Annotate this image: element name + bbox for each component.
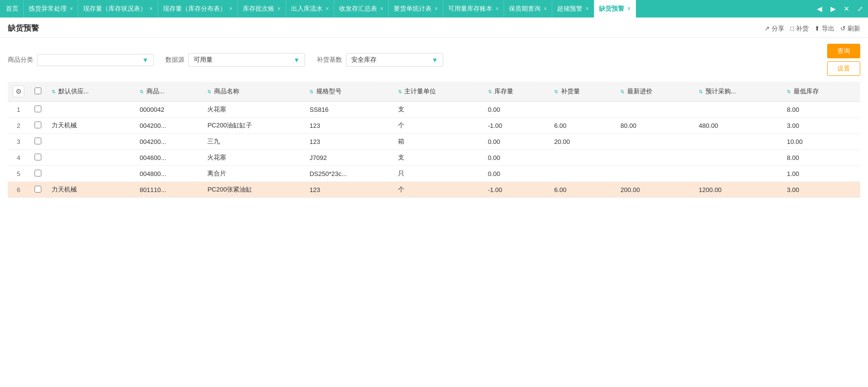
row-est-purchase: 480.00 — [694, 118, 782, 134]
replenish-button[interactable]: □ 补货 — [790, 24, 809, 33]
row-supplier — [47, 150, 135, 166]
row-gear-cell: 6 — [8, 182, 29, 198]
tab-stock-status[interactable]: 现存量（库存状况表） × — [78, 0, 158, 18]
row-gear-cell: 4 — [8, 150, 29, 166]
page-header: 缺货预警 ↗ 分享 □ 补货 ⬆ 导出 ↺ 刷新 — [0, 18, 868, 38]
row-supplier: 力天机械 — [47, 182, 135, 198]
replenish-base-filter: 补货基数 安全库存 ▼ — [317, 53, 443, 67]
row-unit: 箱 — [393, 134, 483, 150]
stock-sort-icon: ⇅ — [488, 89, 492, 94]
row-product-name: 离合片 — [202, 166, 305, 182]
refresh-icon: ↺ — [840, 25, 846, 32]
row-stock: 0.00 — [483, 102, 549, 118]
tab-close-expiry-query[interactable]: × — [543, 5, 547, 12]
refresh-button[interactable]: ↺ 刷新 — [840, 24, 860, 33]
data-source-select[interactable]: 可用量 ▼ — [188, 53, 305, 67]
tab-shortage-warning[interactable]: 缺货预警 × — [594, 0, 636, 18]
share-button[interactable]: ↗ 分享 — [764, 24, 784, 33]
product-name-sort-icon: ⇅ — [207, 89, 211, 94]
row-product-code: 801110... — [135, 182, 202, 198]
replenish-sort-icon: ⇅ — [554, 89, 558, 94]
select-all-checkbox[interactable] — [35, 88, 41, 94]
tab-close-picking-exception[interactable]: × — [70, 5, 73, 12]
tab-stock-dist[interactable]: 现存量（库存分布表） × — [158, 0, 238, 18]
filter-bar: 商品分类 ▼ 数据源 可用量 ▼ 补货基数 安全库存 ▼ 查询 设置 — [0, 38, 868, 82]
tab-home[interactable]: 首页 — [1, 0, 24, 18]
tab-close-all-button[interactable]: ✕ — [840, 0, 853, 18]
row-est-purchase — [694, 134, 782, 150]
row-supplier — [47, 134, 135, 150]
export-button[interactable]: ⬆ 导出 — [814, 24, 834, 33]
header-actions: ↗ 分享 □ 补货 ⬆ 导出 ↺ 刷新 — [764, 24, 860, 33]
row-min-stock: 3.00 — [782, 182, 860, 198]
col-header-gear: ⚙ — [8, 82, 29, 102]
row-checkbox[interactable] — [35, 106, 41, 112]
tab-batch-account[interactable]: 库存批次账 × — [238, 0, 286, 18]
row-check-cell — [29, 134, 47, 150]
min-stock-sort-icon: ⇅ — [787, 89, 791, 94]
row-est-purchase — [694, 102, 782, 118]
row-supplier — [47, 166, 135, 182]
query-button[interactable]: 查询 — [827, 44, 860, 58]
tab-close-stock-status[interactable]: × — [149, 5, 153, 12]
row-unit: 个 — [393, 182, 483, 198]
row-replenish: 6.00 — [549, 182, 615, 198]
row-check-cell — [29, 166, 47, 182]
tab-collect-summary[interactable]: 收发存汇总表 × — [334, 0, 389, 18]
row-latest-price: 80.00 — [615, 118, 694, 134]
row-number: 5 — [17, 170, 20, 177]
col-header-est-purchase: ⇅ 预计采购... — [694, 82, 782, 102]
tab-expiry-query[interactable]: 保质期查询 × — [504, 0, 552, 18]
tab-close-batch-account[interactable]: × — [277, 5, 281, 12]
row-number: 6 — [17, 186, 20, 194]
tab-overstock-warning[interactable]: 超储预警 × — [552, 0, 594, 18]
row-est-purchase: 1200.00 — [694, 182, 782, 198]
row-gear-cell: 5 — [8, 166, 29, 182]
tab-requisition-stats[interactable]: 要货单统计表 × — [389, 0, 443, 18]
row-latest-price — [615, 102, 694, 118]
row-checkbox[interactable] — [35, 186, 41, 193]
product-category-select[interactable]: ▼ — [37, 54, 154, 66]
table-container: ⚙ ⇅ 默认供应... ⇅ 商品... ⇅ 商品名称 — [0, 82, 868, 198]
row-product-code: 004800... — [135, 166, 202, 182]
tab-prev-button[interactable]: ◀ — [813, 0, 826, 18]
tab-next-button[interactable]: ▶ — [826, 0, 840, 18]
tab-close-stock-dist[interactable]: × — [229, 5, 233, 12]
tab-inout-flow[interactable]: 出入库流水 × — [286, 0, 334, 18]
table-row: 6 力天机械 801110... PC200张紧油缸 123 个 -1.00 6… — [8, 182, 860, 198]
export-icon: ⬆ — [814, 25, 820, 32]
tab-close-collect-summary[interactable]: × — [380, 5, 383, 12]
row-unit: 只 — [393, 166, 483, 182]
row-product-name: PC200张紧油缸 — [202, 182, 305, 198]
table-row: 5 004800... 离合片 DS250*23c... 只 0.00 1.00 — [8, 166, 860, 182]
tab-fullscreen-button[interactable]: ⤢ — [853, 0, 867, 18]
settings-button[interactable]: 设置 — [827, 61, 860, 76]
row-stock: 0.00 — [483, 134, 549, 150]
row-checkbox[interactable] — [35, 154, 41, 160]
row-gear-cell: 1 — [8, 102, 29, 118]
row-checkbox[interactable] — [35, 138, 41, 144]
tab-available-stock[interactable]: 可用量库存账本 × — [443, 0, 504, 18]
replenish-base-select[interactable]: 安全库存 ▼ — [346, 53, 443, 67]
spec-sort-icon: ⇅ — [309, 89, 313, 94]
row-latest-price — [615, 134, 694, 150]
table-body: 1 0000042 火花塞 SS816 支 0.00 8.00 2 力天机械 0… — [8, 102, 860, 198]
row-checkbox[interactable] — [35, 122, 41, 128]
share-icon: ↗ — [764, 25, 770, 32]
tab-close-available-stock[interactable]: × — [495, 5, 499, 12]
col-header-stock: ⇅ 库存量 — [483, 82, 549, 102]
tab-close-overstock-warning[interactable]: × — [585, 5, 589, 12]
tab-picking-exception[interactable]: 拣货异常处理 × — [24, 0, 78, 18]
row-unit: 个 — [393, 118, 483, 134]
row-supplier — [47, 102, 135, 118]
data-table: ⚙ ⇅ 默认供应... ⇅ 商品... ⇅ 商品名称 — [8, 82, 860, 198]
table-row: 3 004200... 三九 123 箱 0.00 20.00 10.00 — [8, 134, 860, 150]
tab-close-shortage-warning[interactable]: × — [627, 5, 631, 12]
row-checkbox[interactable] — [35, 170, 41, 176]
tab-close-inout-flow[interactable]: × — [326, 5, 329, 12]
data-source-filter: 数据源 可用量 ▼ — [165, 53, 305, 67]
column-settings-icon[interactable]: ⚙ — [13, 86, 24, 97]
tab-close-requisition-stats[interactable]: × — [434, 5, 438, 12]
table-row: 1 0000042 火花塞 SS816 支 0.00 8.00 — [8, 102, 860, 118]
row-product-code: 004200... — [135, 134, 202, 150]
